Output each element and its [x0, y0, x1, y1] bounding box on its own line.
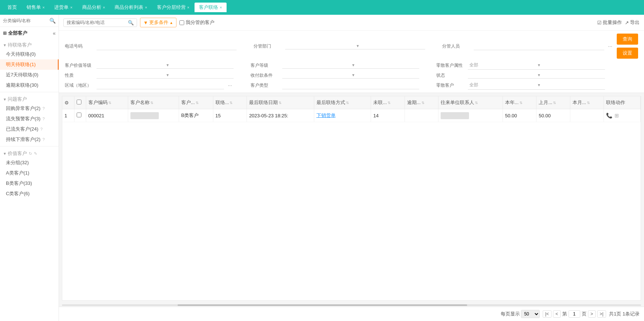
nav-sales[interactable]: 销售单 ×	[22, 3, 49, 12]
filter-customer-type-input[interactable]	[282, 82, 419, 89]
nav-customer-contact[interactable]: 客户联络 ×	[195, 3, 226, 12]
close-goods-analysis-list-icon[interactable]: ×	[145, 5, 147, 10]
sort-year-icon: ⇅	[519, 101, 522, 105]
page-number-input[interactable]	[568, 310, 580, 318]
close-purchase-icon[interactable]: ×	[70, 5, 72, 10]
page-last-btn[interactable]: >|	[597, 310, 606, 318]
status-select[interactable]: ▼	[468, 72, 605, 79]
phone-action-icon[interactable]: 📞	[606, 113, 612, 118]
batch-op-btn[interactable]: ☑ 批量操作	[597, 19, 622, 26]
page-size-dropdown[interactable]: 50 100 200	[521, 310, 540, 318]
nav-goods-analysis-list[interactable]: 商品分析列表 ×	[110, 3, 151, 12]
query-btn[interactable]: 查询	[617, 34, 638, 45]
filter-region-input[interactable]	[97, 82, 224, 89]
sidebar-item-continuous-down[interactable]: 持续下滑客户(2) ?	[0, 134, 59, 145]
sort-customer-type[interactable]: 客户... ⇅	[181, 99, 199, 106]
search-bar-right: ☑ 批量操作 ↗ 导出	[597, 19, 640, 26]
sort-this-month[interactable]: 本月... ⇅	[573, 99, 590, 106]
nav-purchase[interactable]: 进货单 ×	[50, 3, 77, 12]
filter-phone-input[interactable]	[97, 42, 237, 50]
export-icon: ↗	[625, 20, 629, 25]
sidebar-item-today-contact[interactable]: 今天待联络(0)	[0, 49, 59, 59]
sort-contact-count[interactable]: 联络... ⇅	[216, 99, 233, 106]
sort-uncontacted-icon: ⇅	[388, 101, 391, 105]
close-sales-icon[interactable]: ×	[42, 5, 45, 10]
sort-this-year[interactable]: 本年... ⇅	[505, 99, 522, 106]
sidebar-search-input[interactable]	[3, 18, 48, 23]
filter-person-input[interactable]	[474, 42, 604, 50]
scrollbar-track	[62, 304, 641, 306]
close-customer-contact-icon[interactable]: ×	[220, 5, 222, 10]
row-checkbox[interactable]	[77, 113, 81, 117]
edit-icon[interactable]: ✎	[34, 151, 37, 156]
sidebar-search-icon[interactable]: 🔍	[49, 18, 56, 24]
customer-value-level-select[interactable]: ▼	[97, 62, 234, 69]
scrollbar-thumb[interactable]	[178, 304, 467, 306]
sort-last-month[interactable]: 上月... ⇅	[539, 99, 556, 106]
filter-icon: ▼	[143, 20, 148, 25]
content-area: 🔍 ▼ 更多条件 ▲ 我分管的客户 ☑ 批量操作 ↗ 导出	[59, 15, 644, 321]
sidebar-item-repeat-abnormal[interactable]: 回购异常客户(2) ?	[0, 103, 59, 114]
retail-attr-select[interactable]: 全部 ▼	[468, 61, 605, 70]
close-customer-tier-icon[interactable]: ×	[187, 5, 189, 10]
td-code: 000021	[86, 109, 128, 122]
page-prev-btn[interactable]: <	[553, 310, 561, 318]
gender-select[interactable]: ▼	[97, 72, 234, 79]
sidebar-all-customers[interactable]: ⊞ 全部客户 «	[0, 27, 59, 39]
grid-action-icon[interactable]: ⊞	[615, 113, 619, 118]
customer-table-area: ⚙ 客户编码 ⇅ 客户名称	[62, 96, 641, 301]
sort-last-contact-method[interactable]: 最后联络方式 ⇅	[316, 99, 349, 106]
sidebar-item-class-a[interactable]: A类客户(1)	[0, 168, 59, 178]
nav-goods-analysis[interactable]: 商品分析 ×	[78, 3, 109, 12]
sort-contact-icon: ⇅	[230, 101, 232, 105]
search-input[interactable]	[67, 20, 126, 25]
th-last-contact-method: 最后联络方式 ⇅	[314, 96, 371, 109]
export-btn[interactable]: ↗ 导出	[625, 19, 640, 26]
total-records-label: 共1页 1条记录	[609, 311, 640, 317]
th-last-contact-date: 最后联络日期 ⇅	[247, 96, 314, 109]
sort-overdue[interactable]: 逾期... ⇅	[407, 99, 424, 106]
nav-home[interactable]: 首页	[3, 3, 21, 12]
sort-name-icon: ⇅	[150, 101, 153, 105]
retail-customer-select[interactable]: 全部 ▼	[468, 81, 605, 90]
th-this-month: 本月... ⇅	[570, 96, 604, 109]
sidebar-item-class-b[interactable]: B类客户(33)	[0, 178, 59, 189]
gear-icon[interactable]: ⚙	[64, 100, 69, 106]
page-next-btn[interactable]: >	[588, 310, 596, 318]
reset-btn[interactable]: 设置	[617, 48, 638, 59]
nav-customer-tier[interactable]: 客户分层经营 ×	[153, 3, 194, 12]
more-conditions-btn[interactable]: ▼ 更多条件 ▲	[140, 18, 176, 27]
sort-uncontacted[interactable]: 未联... ⇅	[373, 99, 391, 106]
sort-code[interactable]: 客户编码 ⇅	[88, 99, 111, 106]
sidebar-item-next7-contact[interactable]: 近7天待联络(0)	[0, 70, 59, 80]
sort-person-icon: ⇅	[475, 101, 478, 105]
customer-level-select[interactable]: ▼	[282, 62, 419, 69]
dept-chevron-icon: ▼	[356, 44, 424, 48]
collapse-icon[interactable]: «	[53, 30, 56, 36]
table-row: 1 000021 ████ B类客户 15 2023-05-23 18:25: …	[62, 109, 641, 122]
th-this-year: 本年... ⇅	[503, 96, 536, 109]
person-dots-icon[interactable]: ···	[606, 43, 614, 49]
filter-retail-customer: 零散客户 全部 ▼	[436, 81, 605, 90]
refresh-icon[interactable]: ↻	[29, 151, 32, 156]
pagination: |< < 第 页 > >|	[543, 310, 606, 318]
sidebar-item-class-c[interactable]: C类客户(6)	[0, 189, 59, 199]
sort-name[interactable]: 客户名称 ⇅	[130, 99, 153, 106]
sort-contact-person[interactable]: 往来单位联系人 ⇅	[441, 99, 478, 106]
close-goods-analysis-icon[interactable]: ×	[103, 5, 105, 10]
select-all-checkbox[interactable]	[77, 100, 81, 104]
sidebar-item-lost-risk[interactable]: 流失预警客户(3) ?	[0, 114, 59, 124]
my-customers-checkbox[interactable]: 我分管的客户	[179, 19, 214, 26]
page-first-btn[interactable]: |<	[543, 310, 552, 318]
search-icon[interactable]: 🔍	[128, 20, 134, 25]
pay-cond-select[interactable]: ▼	[282, 72, 419, 79]
my-customers-check-input[interactable]	[179, 20, 184, 25]
sidebar-item-tomorrow-contact[interactable]: 明天待联络(1)	[0, 59, 59, 70]
sidebar-item-overdue-contact[interactable]: 逾期未联络(30)	[0, 80, 59, 90]
sidebar-item-already-lost[interactable]: 已流失客户(24) ?	[0, 124, 59, 134]
sort-last-contact-date[interactable]: 最后联络日期 ⇅	[249, 99, 281, 106]
region-dots-icon[interactable]: ···	[226, 82, 234, 88]
sidebar-item-ungrouped[interactable]: 未分组(32)	[0, 158, 59, 168]
last-contact-method-link[interactable]: 下销货单	[316, 113, 336, 118]
filter-dept-select[interactable]: ▼	[285, 43, 425, 49]
